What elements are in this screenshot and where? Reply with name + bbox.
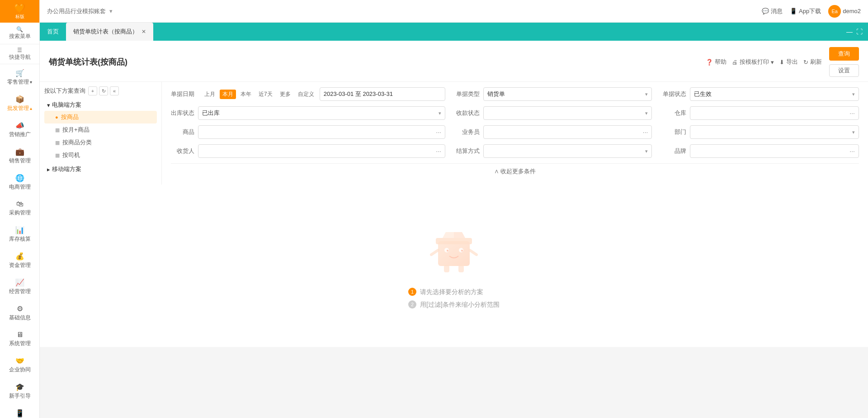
sidebar-item-marketing[interactable]: 📣 营销推广 [0, 117, 39, 143]
doc-type-chevron: ▾ [645, 91, 648, 97]
out-status-control[interactable]: 已出库 ▾ [198, 106, 445, 120]
scheme-panel: 按以下方案查询 + ↻ « [40, 82, 162, 185]
step-num-1: 1 [408, 288, 416, 296]
date-tab-custom[interactable]: 自定义 [295, 90, 317, 99]
salesperson-control[interactable]: ··· [483, 125, 652, 139]
receiver-dots[interactable]: ··· [436, 147, 441, 155]
collect-status-control[interactable]: ▾ [483, 106, 652, 120]
settlement-chevron: ▾ [645, 148, 648, 154]
scheme-add-btn[interactable]: + [88, 86, 97, 95]
date-range-control[interactable]: 2023-03-01 至 2023-03-31 [320, 87, 445, 101]
industry-dropdown-icon[interactable]: ▾ [109, 8, 113, 14]
receiver-control[interactable]: ··· [198, 144, 445, 158]
product-dots[interactable]: ··· [436, 128, 441, 136]
page-header: 销货单统计表(按商品) ❓ 帮助 🖨 按模板打印 ▾ ⬇ [40, 41, 868, 82]
tree-item-by-month-product[interactable]: ▦ 按月+商品 [44, 124, 157, 136]
empty-icon [427, 221, 481, 276]
filter-settlement: 结算方式 ▾ [456, 144, 652, 158]
sidebar-item-finance[interactable]: 💰 资金管理 [0, 247, 39, 274]
tabbar-maximize-icon[interactable]: ⛶ [856, 28, 863, 35]
svg-point-6 [447, 250, 448, 252]
salesperson-label: 业务员 [456, 128, 483, 136]
sidebar-item-basic[interactable]: ⚙ 基础信息 [0, 300, 39, 326]
app-logo: 🧡 标版 [0, 0, 39, 23]
sales-icon: 💼 [15, 147, 24, 156]
tree-item-by-printer[interactable]: ▦ 按司机 [44, 149, 157, 162]
page-title: 销货单统计表(按商品) [49, 57, 127, 67]
brand-dots[interactable]: ··· [849, 147, 855, 155]
export-btn[interactable]: ⬇ 导出 [779, 58, 798, 66]
sidebar-item-retail[interactable]: 🛒 零售管理 ▾ [0, 64, 39, 90]
doc-status-value: 已生效 [694, 90, 852, 98]
more-conditions-section: ∧ 收起更多条件 [171, 163, 859, 179]
doc-status-label: 单据状态 [663, 90, 690, 98]
tab-sales-stat[interactable]: 销货单统计表（按商品） ✕ [66, 23, 153, 41]
user-profile[interactable]: Ea demo2 [828, 5, 861, 18]
filter-date: 单据日期 上月 本月 本年 近7天 更多 自定义 [171, 87, 445, 101]
sidebar-item-operation[interactable]: 📈 经营管理 [0, 274, 39, 300]
message-btn[interactable]: 💬 消息 [762, 7, 783, 15]
sidebar-item-sales[interactable]: 💼 销售管理 [0, 143, 39, 169]
date-tab-7days[interactable]: 近7天 [256, 90, 275, 99]
sidebar-item-system[interactable]: 🖥 系统管理 [0, 326, 39, 352]
scheme-refresh-btn[interactable]: ↻ [99, 86, 108, 95]
help-btn[interactable]: ❓ 帮助 [706, 58, 726, 66]
sidebar-search[interactable]: 🔍 搜索菜单 [0, 23, 39, 44]
date-tab-more[interactable]: 更多 [277, 90, 293, 99]
query-button[interactable]: 查询 [829, 47, 859, 61]
settings-button[interactable]: 设置 [829, 64, 859, 77]
date-tab-this-year[interactable]: 本年 [238, 90, 254, 99]
system-icon: 🖥 [16, 331, 24, 339]
salesperson-dots[interactable]: ··· [643, 128, 648, 136]
tab-home[interactable]: 首页 [40, 23, 66, 41]
brand-label: 品牌 [663, 147, 690, 155]
date-tab-this-month[interactable]: 本月 [220, 90, 236, 99]
collapse-conditions-btn[interactable]: ∧ 收起更多条件 [494, 167, 536, 176]
scheme-collapse-btn[interactable]: « [110, 86, 119, 95]
warehouse-control[interactable]: ··· [690, 106, 859, 120]
filter-salesperson: 业务员 ··· [456, 125, 652, 139]
date-tab-last-month[interactable]: 上月 [202, 90, 218, 99]
newbie-icon: 🎓 [15, 383, 24, 391]
sidebar-item-newbie[interactable]: 🎓 新手引导 [0, 378, 39, 404]
department-control[interactable]: ▾ [690, 125, 859, 139]
svg-marker-2 [443, 232, 454, 238]
doc-status-control[interactable]: 已生效 ▾ [690, 87, 859, 101]
filter-warehouse: 仓库 ··· [663, 106, 859, 120]
warehouse-dots[interactable]: ··· [849, 109, 855, 117]
tabbar-minimize-icon[interactable]: — [846, 28, 853, 35]
tab-close-icon[interactable]: ✕ [142, 28, 146, 35]
tree-group-mobile-header[interactable]: ▸ 移动端方案 [44, 163, 157, 175]
brand-control[interactable]: ··· [690, 144, 859, 158]
message-icon: 💬 [762, 8, 769, 14]
tree-item-by-product[interactable]: ● 按商品 [44, 111, 157, 124]
sidebar-item-inventory[interactable]: 📊 库存核算 [0, 221, 39, 247]
print-dropdown-icon[interactable]: ▾ [771, 59, 774, 66]
page-actions: ❓ 帮助 🖨 按模板打印 ▾ ⬇ 导出 ↻ [706, 58, 822, 66]
sidebar-item-wholesale[interactable]: 📦 批发管理 ▴ [0, 90, 39, 117]
sidebar-quicknav[interactable]: ☰ 快捷导航 [0, 44, 39, 64]
settlement-control[interactable]: ▾ [483, 144, 652, 158]
empty-step-1-text: 请先选择要分析的方案 [420, 285, 483, 298]
print-btn[interactable]: 🖨 按模板打印 ▾ [732, 58, 774, 66]
product-control[interactable]: ··· [198, 125, 445, 139]
refresh-btn[interactable]: ↻ 刷新 [803, 58, 822, 66]
tree-group-pc-header[interactable]: ▾ 电脑端方案 [44, 99, 157, 111]
filter-product: 商品 ··· [171, 125, 445, 139]
sidebar-item-enterprise[interactable]: 🤝 企业协同 [0, 352, 39, 378]
warehouse-label: 仓库 [663, 109, 690, 117]
sidebar-item-purchase[interactable]: 🛍 采购管理 [0, 195, 39, 221]
filter-out-status: 出库状态 已出库 ▾ [171, 106, 445, 120]
topbar-left: 办公用品行业模拟账套 ▾ [47, 7, 113, 15]
tree-item-by-category[interactable]: ▦ 按商品分类 [44, 136, 157, 149]
content-inner: 销货单统计表(按商品) ❓ 帮助 🖨 按模板打印 ▾ ⬇ [40, 41, 868, 347]
print-icon: 🖨 [732, 59, 738, 66]
empty-steps: 1 请先选择要分析的方案 2 用[过滤]条件来缩小分析范围 [408, 285, 500, 311]
nav-icon: ☰ [17, 47, 22, 53]
sidebar-item-ecommerce[interactable]: 🌐 电商管理 [0, 169, 39, 195]
app-download-btn[interactable]: 📱 App下载 [790, 7, 821, 15]
topbar: 办公用品行业模拟账套 ▾ 💬 消息 📱 App下载 Ea demo2 [40, 0, 868, 23]
filter-department: 部门 ▾ [663, 125, 859, 139]
doc-type-control[interactable]: 销货单 ▾ [483, 87, 652, 101]
sidebar-item-appcenter[interactable]: 📱 应用中心 [0, 404, 39, 418]
